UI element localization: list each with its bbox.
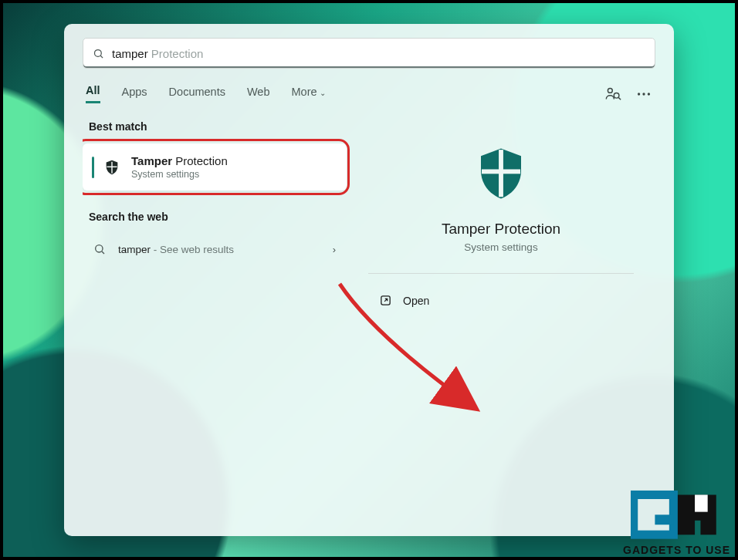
svg-rect-11 [482,169,520,174]
open-button[interactable]: Open [379,294,429,307]
section-search-web: Search the web [89,211,347,223]
result-title: Tamper Protection [131,154,228,167]
preview-title: Tamper Protection [442,221,560,238]
preview-subtitle: System settings [464,241,537,253]
svg-line-9 [102,251,104,254]
svg-line-4 [618,97,621,100]
search-icon [93,48,104,59]
tab-apps[interactable]: Apps [122,86,147,103]
best-match-result[interactable]: Tamper Protection System settings [83,143,347,191]
svg-point-7 [648,93,650,95]
more-options-icon[interactable] [635,86,652,103]
watermark: GADGETS TO USE [623,487,730,555]
tab-all[interactable]: All [86,84,100,103]
svg-point-8 [96,245,103,252]
open-external-icon [379,294,392,307]
web-search-result[interactable]: tamper - See web results › [83,234,347,265]
web-result-label: tamper - See web results [118,243,234,255]
shield-icon [471,143,531,204]
search-filter-tabs: All Apps Documents Web More⌄ [83,84,655,103]
result-preview-pane: Tamper Protection System settings Open [347,120,655,521]
section-best-match: Best match [89,120,347,133]
search-input[interactable]: tamper Protection [83,38,655,69]
chevron-right-icon: › [333,244,336,255]
svg-point-3 [614,93,619,98]
divider [368,273,634,274]
search-icon [93,243,106,255]
search-query: tamper Protection [112,47,203,60]
svg-rect-14 [655,514,673,525]
school-search-icon[interactable] [604,86,621,103]
tab-more[interactable]: More⌄ [292,86,326,103]
shield-icon [103,159,120,176]
tab-documents[interactable]: Documents [169,86,225,103]
svg-rect-15 [695,494,708,511]
svg-point-2 [608,88,612,93]
result-subtitle: System settings [131,169,228,180]
svg-point-5 [638,93,640,95]
windows-search-panel: tamper Protection All Apps Documents Web… [64,24,674,536]
tab-web[interactable]: Web [247,86,270,103]
svg-line-1 [100,56,103,58]
svg-point-6 [642,93,645,95]
svg-point-0 [95,49,102,56]
